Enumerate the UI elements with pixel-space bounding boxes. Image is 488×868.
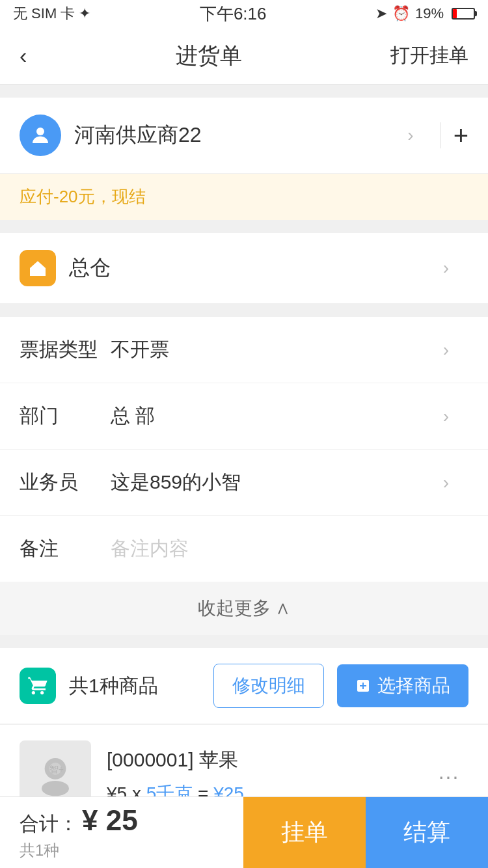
back-button[interactable]: ‹	[20, 43, 27, 68]
warehouse-name: 总仓	[69, 254, 443, 282]
svg-rect-1	[35, 271, 40, 276]
dept-value: 总 部	[111, 403, 443, 429]
divider	[440, 122, 441, 148]
chevron-right-icon: ›	[443, 258, 449, 278]
status-time: 下午6:16	[200, 3, 267, 25]
invoice-label: 票据类型	[20, 336, 111, 363]
status-battery: ➤ ⏰ 19%	[375, 5, 475, 22]
warehouse-icon	[20, 250, 56, 286]
svg-point-3	[42, 781, 69, 796]
supplier-name: 河南供应商22	[74, 121, 407, 150]
product-count: 共1种商品	[69, 673, 200, 699]
select-icon	[355, 678, 371, 694]
note-label: 备注	[20, 536, 111, 562]
status-signal: 无 SIM 卡 ✦	[13, 4, 90, 23]
products-header: 共1种商品 修改明细 选择商品	[0, 648, 488, 724]
dept-label: 部门	[20, 403, 111, 429]
total-amount: ¥ 25	[82, 804, 138, 837]
sales-row[interactable]: 业务员 这是859的小智 ›	[0, 449, 488, 515]
invoice-value: 不开票	[111, 336, 443, 363]
collapse-label: 收起更多 ∧	[198, 596, 291, 621]
chevron-right-icon: ›	[443, 472, 449, 493]
product-count-icon	[20, 668, 56, 704]
product-name: [0000001] 苹果	[107, 747, 429, 774]
collapse-button[interactable]: 收起更多 ∧	[0, 582, 488, 635]
supplier-avatar	[20, 115, 61, 156]
page-title: 进货单	[176, 41, 242, 71]
total-count: 共1种	[20, 840, 224, 861]
note-value[interactable]: 备注内容	[111, 536, 468, 562]
warehouse-row[interactable]: 总仓 ›	[0, 233, 488, 303]
hang-button[interactable]: 挂单	[243, 797, 366, 869]
more-dots-icon: ···	[439, 765, 460, 789]
cart-icon	[27, 675, 48, 696]
note-row[interactable]: 备注 备注内容	[0, 515, 488, 582]
settle-button[interactable]: 结算	[366, 797, 488, 869]
open-pending-button[interactable]: 打开挂单	[390, 42, 468, 69]
sales-value: 这是859的小智	[111, 469, 443, 496]
person-icon	[29, 124, 52, 147]
location-icon: ➤	[375, 5, 387, 22]
payment-notice: 应付-20元，现结	[0, 174, 488, 220]
select-product-label: 选择商品	[377, 673, 450, 698]
total-section: 合计： ¥ 25 共1种	[0, 804, 243, 861]
svg-point-0	[36, 128, 44, 135]
chevron-right-icon: ›	[407, 125, 413, 146]
warehouse-card: 总仓 ›	[0, 233, 488, 303]
product-title: 苹果	[199, 749, 238, 770]
total-label: 合计：	[20, 811, 78, 837]
nav-bar: ‹ 进货单 打开挂单	[0, 27, 488, 85]
battery-icon	[452, 8, 475, 20]
chevron-right-icon: ›	[443, 406, 449, 427]
product-more-button[interactable]: ···	[429, 763, 468, 789]
edit-detail-button[interactable]: 修改明细	[213, 664, 324, 708]
chevron-right-icon: ›	[443, 340, 449, 360]
status-bar: 无 SIM 卡 ✦ 下午6:16 ➤ ⏰ 19%	[0, 0, 488, 27]
supplier-card: 河南供应商22 › + 应付-20元，现结	[0, 98, 488, 220]
settle-label: 结算	[403, 817, 450, 848]
hang-label: 挂单	[281, 817, 328, 848]
form-card: 票据类型 不开票 › 部门 总 部 › 业务员 这是859的小智 › 备注 备注…	[0, 316, 488, 635]
battery-text: 19%	[415, 5, 444, 22]
supplier-row[interactable]: 河南供应商22 › +	[0, 98, 488, 174]
invoice-row[interactable]: 票据类型 不开票 ›	[0, 316, 488, 383]
alarm-icon: ⏰	[392, 5, 410, 22]
dept-row[interactable]: 部门 总 部 ›	[0, 383, 488, 449]
add-button[interactable]: +	[454, 121, 468, 150]
home-icon	[27, 258, 48, 278]
sales-label: 业务员	[20, 469, 111, 496]
product-logo-icon: 智+	[33, 753, 78, 799]
product-code: [0000001]	[107, 749, 193, 770]
select-product-button[interactable]: 选择商品	[337, 664, 468, 707]
bottom-bar: 合计： ¥ 25 共1种 挂单 结算	[0, 796, 488, 868]
svg-text:智+: 智+	[49, 764, 64, 774]
